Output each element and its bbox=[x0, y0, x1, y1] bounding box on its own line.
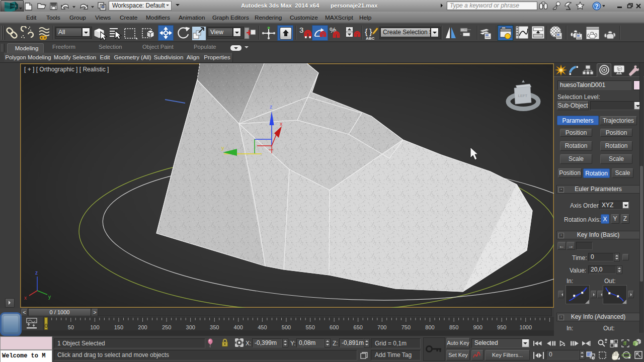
svg-text:550: 550 bbox=[305, 324, 314, 330]
svg-text:300: 300 bbox=[186, 324, 195, 330]
svg-text:x: x bbox=[24, 295, 27, 301]
svg-text:250: 250 bbox=[162, 324, 171, 330]
svg-text:ABC: ABC bbox=[366, 36, 375, 41]
svg-text:350: 350 bbox=[210, 324, 219, 330]
svg-text:x: x bbox=[280, 121, 283, 127]
svg-text:y: y bbox=[221, 145, 224, 151]
svg-text:650: 650 bbox=[354, 324, 363, 330]
svg-text:900: 900 bbox=[473, 324, 482, 330]
svg-text:450: 450 bbox=[258, 324, 267, 330]
svg-text:z: z bbox=[270, 104, 273, 110]
svg-text:600: 600 bbox=[330, 324, 339, 330]
svg-text:150: 150 bbox=[114, 324, 123, 330]
svg-text:LEFT: LEFT bbox=[518, 94, 528, 98]
svg-text:750: 750 bbox=[401, 324, 411, 330]
svg-text:%: % bbox=[330, 26, 336, 34]
svg-text:850: 850 bbox=[449, 324, 458, 330]
svg-text:3: 3 bbox=[299, 26, 303, 34]
svg-text:200: 200 bbox=[138, 324, 147, 330]
svg-text:700: 700 bbox=[377, 324, 386, 330]
svg-text:y: y bbox=[48, 294, 51, 300]
svg-text:[ + ] [ Orthographic ] [ Reali: [ + ] [ Orthographic ] [ Realistic ] bbox=[24, 66, 109, 73]
svg-text:?: ? bbox=[595, 3, 598, 10]
svg-text:z: z bbox=[35, 270, 38, 276]
svg-text:50: 50 bbox=[68, 324, 74, 330]
svg-text:500: 500 bbox=[282, 324, 291, 330]
svg-text:}: } bbox=[369, 27, 372, 37]
svg-text:950: 950 bbox=[497, 324, 506, 330]
svg-text:800: 800 bbox=[425, 324, 434, 330]
svg-text:400: 400 bbox=[234, 324, 243, 330]
svg-text:1000: 1000 bbox=[520, 324, 532, 330]
svg-text:100: 100 bbox=[90, 324, 99, 330]
svg-text:{: { bbox=[365, 27, 368, 37]
